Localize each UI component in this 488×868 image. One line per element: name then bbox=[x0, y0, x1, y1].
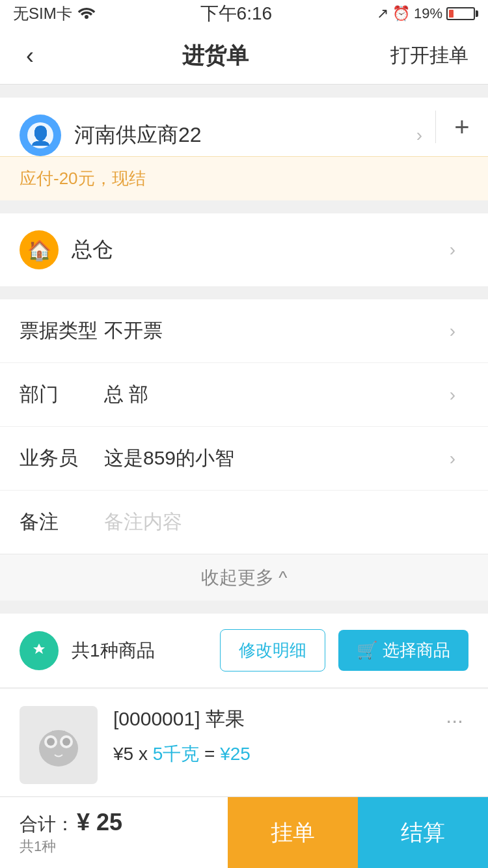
product-more-button[interactable]: ··· bbox=[441, 706, 468, 735]
product-item: [0000001] 苹果 ¥5 x 5千克 = ¥25 ··· bbox=[0, 688, 488, 801]
warehouse-icon: 🏠 bbox=[20, 230, 59, 269]
product-count-icon bbox=[20, 631, 59, 670]
supplier-section: 👤 河南供应商22 › + bbox=[0, 98, 488, 156]
person-icon: 👤 bbox=[29, 125, 52, 146]
department-value: 总 部 bbox=[104, 381, 437, 408]
section-gap-3 bbox=[0, 286, 488, 299]
salesperson-chevron-icon: › bbox=[437, 448, 468, 469]
open-hang-button[interactable]: 打开挂单 bbox=[390, 42, 468, 69]
total-amount: ¥ 25 bbox=[77, 809, 122, 836]
department-row[interactable]: 部门 总 部 › bbox=[0, 363, 488, 427]
remark-row[interactable]: 备注 备注内容 bbox=[0, 491, 488, 554]
multiply-symbol: x bbox=[139, 744, 153, 764]
product-info: [0000001] 苹果 ¥5 x 5千克 = ¥25 bbox=[113, 706, 441, 766]
product-code: [0000001] bbox=[113, 708, 200, 729]
warehouse-name: 总仓 bbox=[72, 236, 437, 264]
product-price: ¥5 x 5千克 = ¥25 bbox=[113, 742, 441, 766]
bottom-bar: 合计： ¥ 25 共1种 挂单 结算 bbox=[0, 796, 488, 868]
status-left: 无SIM卡 bbox=[13, 3, 96, 24]
cart-icon: 🛒 bbox=[357, 640, 377, 660]
equals-symbol: = bbox=[204, 744, 220, 764]
department-chevron-icon: › bbox=[437, 385, 468, 405]
svg-point-3 bbox=[47, 738, 55, 746]
back-button[interactable]: ‹ bbox=[20, 36, 40, 76]
add-supplier-button[interactable]: + bbox=[436, 98, 488, 156]
warehouse-selector[interactable]: 🏠 总仓 › bbox=[0, 213, 488, 286]
carrier-label: 无SIM卡 bbox=[13, 3, 72, 24]
ticket-type-row[interactable]: 票据类型 不开票 › bbox=[0, 299, 488, 363]
product-header: 共1种商品 修改明细 🛒 选择商品 bbox=[0, 614, 488, 687]
total-prefix: 合计： bbox=[20, 812, 74, 837]
quantity: 5千克 bbox=[153, 744, 200, 764]
supplier-selector[interactable]: 👤 河南供应商22 › bbox=[0, 98, 435, 156]
department-label: 部门 bbox=[20, 381, 104, 408]
wifi-icon bbox=[77, 5, 96, 23]
svg-point-4 bbox=[62, 738, 70, 746]
supplier-avatar: 👤 bbox=[20, 115, 61, 156]
collapse-bar[interactable]: 收起更多 ^ bbox=[0, 554, 488, 601]
alarm-icon: ⏰ bbox=[392, 5, 410, 22]
notice-bar: 应付-20元，现结 bbox=[0, 156, 488, 200]
chevron-right-icon: › bbox=[403, 125, 435, 146]
section-gap-1 bbox=[0, 85, 488, 98]
select-product-label: 选择商品 bbox=[383, 639, 450, 662]
product-title: 苹果 bbox=[206, 708, 245, 729]
battery-percent: 19% bbox=[414, 5, 442, 22]
line-total: ¥25 bbox=[220, 744, 251, 764]
select-product-button[interactable]: 🛒 选择商品 bbox=[338, 630, 468, 671]
ticket-type-chevron-icon: › bbox=[437, 321, 468, 342]
salesperson-label: 业务员 bbox=[20, 445, 104, 472]
ticket-type-label: 票据类型 bbox=[20, 318, 104, 344]
total-section: 合计： ¥ 25 共1种 bbox=[0, 797, 228, 868]
supplier-name: 河南供应商22 bbox=[74, 121, 403, 150]
status-right: ↗ ⏰ 19% bbox=[377, 5, 475, 22]
checkout-button[interactable]: 结算 bbox=[358, 797, 488, 868]
battery-icon bbox=[446, 7, 475, 20]
remark-label: 备注 bbox=[20, 509, 104, 536]
location-icon: ↗ bbox=[377, 5, 388, 22]
remark-input[interactable]: 备注内容 bbox=[104, 509, 468, 536]
status-bar: 无SIM卡 下午6:16 ↗ ⏰ 19% bbox=[0, 0, 488, 27]
form-section: 票据类型 不开票 › 部门 总 部 › 业务员 这是859的小智 › 备注 备注… bbox=[0, 299, 488, 554]
nav-bar: ‹ 进货单 打开挂单 bbox=[0, 27, 488, 85]
page-title: 进货单 bbox=[182, 41, 249, 71]
unit-price: ¥5 bbox=[113, 744, 133, 764]
hang-button[interactable]: 挂单 bbox=[228, 797, 358, 868]
warehouse-chevron-icon: › bbox=[437, 239, 468, 260]
total-sub-label: 共1种 bbox=[20, 837, 56, 856]
product-name: [0000001] 苹果 bbox=[113, 706, 441, 733]
product-count-label: 共1种商品 bbox=[72, 638, 207, 663]
salesperson-row[interactable]: 业务员 这是859的小智 › bbox=[0, 427, 488, 491]
salesperson-value: 这是859的小智 bbox=[104, 445, 437, 472]
collapse-label: 收起更多 ^ bbox=[201, 565, 288, 590]
product-thumbnail bbox=[20, 706, 98, 784]
ticket-type-value: 不开票 bbox=[104, 318, 437, 344]
modify-detail-button[interactable]: 修改明细 bbox=[220, 629, 325, 671]
section-gap-2 bbox=[0, 200, 488, 213]
notice-text: 应付-20元，现结 bbox=[20, 169, 146, 188]
status-time: 下午6:16 bbox=[200, 1, 273, 26]
